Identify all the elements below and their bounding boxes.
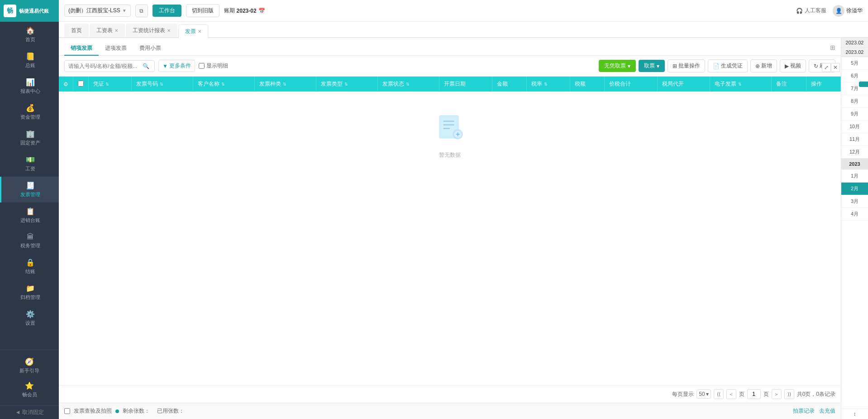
date-panel-month-3[interactable]: 3月 xyxy=(841,195,868,208)
sidebar-item-payroll[interactable]: 💵 工资 xyxy=(0,151,59,177)
sidebar-item-capital[interactable]: 💰 资金管理 xyxy=(0,99,59,125)
sidebar-item-close[interactable]: 🔒 结账 xyxy=(0,254,59,279)
calendar-icon[interactable]: 📅 xyxy=(258,8,265,14)
sidebar-item-label: 发票管理 xyxy=(20,191,40,198)
col-gear[interactable]: ⚙ xyxy=(59,77,73,92)
empty-state: 暂无数据 xyxy=(59,92,841,177)
no-voucher-button[interactable]: 无凭取票 ▾ xyxy=(599,60,636,72)
date-panel-month-12[interactable]: 12月 xyxy=(841,146,868,159)
get-ticket-button[interactable]: 取票 ▾ xyxy=(639,60,665,72)
date-panel-month-5[interactable]: 5月 xyxy=(841,57,868,70)
sidebar-item-ledger[interactable]: 📒 总账 xyxy=(0,48,59,73)
close-date-panel-button[interactable]: ✕ xyxy=(831,63,840,72)
date-panel-month-8[interactable]: 8月 xyxy=(841,95,868,108)
batch-op-icon: ⊞ xyxy=(672,63,677,69)
date-panel-month-9[interactable]: 9月 xyxy=(841,108,868,120)
video-button[interactable]: ▶ 视频 xyxy=(780,59,806,72)
date-panel-year-2023: 2023 xyxy=(841,159,868,170)
sub-tab-purchase-label: 进项发票 xyxy=(105,45,127,51)
tab-invoice[interactable]: 发票 ✕ xyxy=(178,24,208,38)
date-panel-month-4[interactable]: 4月 xyxy=(841,208,868,221)
maximize-date-panel-button[interactable]: ⤢ xyxy=(822,63,831,72)
user-menu[interactable]: 👤 徐溢华 xyxy=(833,5,863,17)
sidebar-item-label: 归档管理 xyxy=(20,294,40,301)
date-panel-header-1[interactable]: 2023.02 xyxy=(841,38,868,48)
tax-icon: 🏛 xyxy=(27,233,34,241)
tab-bar: 首页 工资表 ✕ 工资统计报表 ✕ 发票 ✕ xyxy=(59,22,868,38)
tab-payroll[interactable]: 工资表 ✕ xyxy=(90,24,125,37)
date-panel-month-1[interactable]: 1月 xyxy=(841,170,868,183)
close-tab-payroll-report-icon[interactable]: ✕ xyxy=(167,28,171,33)
recharge-link[interactable]: 去充值 xyxy=(819,407,835,415)
company-selector[interactable]: (勿删）江西股宝-LSS ▼ xyxy=(64,5,131,17)
tab-payroll-report-label: 工资统计报表 xyxy=(133,27,165,34)
sidebar-item-home[interactable]: 🏠 首页 xyxy=(0,22,59,48)
close-tab-invoice-icon[interactable]: ✕ xyxy=(198,29,201,34)
sidebar-item-archive[interactable]: 📁 归档管理 xyxy=(0,279,59,305)
date-panel-spacer xyxy=(841,221,868,409)
close-tab-payroll-icon[interactable]: ✕ xyxy=(114,28,118,33)
top-bar-right: 🎧 人工客服 👤 徐溢华 xyxy=(796,5,863,17)
ticket-record-link[interactable]: 拍票记录 xyxy=(793,407,815,415)
generate-voucher-label: 生成凭证 xyxy=(721,62,743,70)
invoice-verify-label: 发票查验及拍照 xyxy=(74,407,112,415)
sidebar-item-label: 资金管理 xyxy=(20,114,40,120)
sidebar-item-reports[interactable]: 📊 报表中心 xyxy=(0,73,59,99)
sidebar-item-label: 设置 xyxy=(25,320,35,327)
sidebar-item-settings[interactable]: ⚙️ 设置 xyxy=(0,305,59,331)
search-box: 🔍 xyxy=(64,60,155,72)
page-label: 页 xyxy=(739,390,744,398)
new-button[interactable]: ⊕ 新增 xyxy=(750,59,777,72)
workbench-button[interactable]: 工作台 xyxy=(153,5,181,17)
date-panel-month-11[interactable]: 11月 xyxy=(841,133,868,146)
prev-page-button[interactable]: ＜ xyxy=(726,389,736,399)
member-icon: ⭐ xyxy=(25,381,34,390)
open-date-period-button[interactable]: 开账日期 xyxy=(859,82,868,87)
invoice-icon: 🧾 xyxy=(26,181,35,190)
sub-tab-expense-receipt[interactable]: 费用小票 xyxy=(133,42,167,56)
sub-tab-sales-invoice[interactable]: 销项发票 xyxy=(64,42,99,56)
sidebar-item-member[interactable]: ⭐ 畅会员 xyxy=(2,378,57,402)
first-page-button[interactable]: ⟨⟨ xyxy=(714,389,724,399)
sidebar-item-sales[interactable]: 📋 进销台账 xyxy=(0,202,59,228)
per-page-value: 50 xyxy=(699,391,705,397)
sidebar-collapse-button[interactable]: ◄ 取消固定 xyxy=(0,405,59,419)
col-check[interactable] xyxy=(73,77,89,92)
generate-voucher-button[interactable]: 📄 生成凭证 xyxy=(708,59,748,72)
show-detail-input[interactable] xyxy=(199,63,205,69)
next-page-button[interactable]: ＞ xyxy=(772,389,782,399)
filter-button[interactable]: ▼ 更多条件 xyxy=(158,60,195,72)
search-input[interactable] xyxy=(68,63,141,69)
batch-op-button[interactable]: ⊞ 批量操作 xyxy=(668,59,705,72)
sub-tab-purchase-invoice[interactable]: 进项发票 xyxy=(99,42,133,56)
sidebar-item-invoice[interactable]: 🧾 发票管理 xyxy=(0,177,59,202)
col-tax-rate: 税率 ⇅ xyxy=(527,77,570,92)
tab-home[interactable]: 首页 xyxy=(64,24,89,37)
switch-version-button[interactable]: 切到旧版 xyxy=(186,4,219,17)
date-panel-month-6[interactable]: 6月 xyxy=(841,70,868,82)
date-panel-header-2[interactable]: 2023.02 xyxy=(841,48,868,57)
close-month-icon: 🔒 xyxy=(26,258,35,267)
copy-icon[interactable]: ⧉ xyxy=(135,5,148,17)
used-label: 已用张数： xyxy=(157,407,184,415)
sidebar-item-guide[interactable]: 🧭 新手引导 xyxy=(2,354,57,378)
last-page-button[interactable]: ⟩⟩ xyxy=(784,389,794,399)
settings-icon: ⚙️ xyxy=(26,310,35,318)
tab-payroll-report[interactable]: 工资统计报表 ✕ xyxy=(126,24,177,37)
service-button[interactable]: 🎧 人工客服 xyxy=(796,7,826,14)
page-input[interactable] xyxy=(747,389,761,399)
toolbar: 🔍 ▼ 更多条件 显示明细 无凭取票 ▾ xyxy=(59,56,841,77)
sidebar-item-tax[interactable]: 🏛 税务管理 xyxy=(0,228,59,254)
invoice-verify-checkbox[interactable] xyxy=(64,408,70,414)
sidebar-item-fixed[interactable]: 🏢 固定资产 xyxy=(0,125,59,151)
select-all-checkbox[interactable] xyxy=(78,81,84,87)
date-panel-month-2-active[interactable]: 2月 xyxy=(841,183,868,195)
grid-icon[interactable]: ⊞ xyxy=(830,44,835,51)
sidebar-bottom: 🧭 新手引导 ⭐ 畅会员 xyxy=(0,350,59,405)
status-bar-links: 拍票记录 去充值 xyxy=(793,407,835,415)
per-page-select[interactable]: 50 ▾ xyxy=(696,390,711,399)
show-detail-checkbox[interactable]: 显示明细 xyxy=(199,62,228,70)
date-panel-scroll-icon[interactable]: ↕ xyxy=(841,409,868,419)
date-panel-month-10[interactable]: 10月 xyxy=(841,120,868,133)
remaining-label: 剩余张数： xyxy=(123,407,150,415)
